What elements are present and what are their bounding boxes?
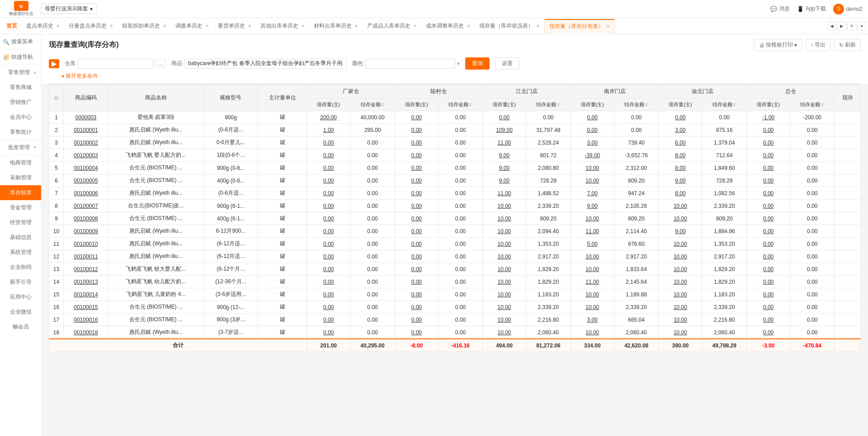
table-cell[interactable]: 0.00 [747,250,790,263]
table-cell[interactable]: 0.00 [395,263,438,276]
table-cell[interactable]: 109.00 [483,124,526,136]
sidebar-item-retail-shop[interactable]: 零售商城 [0,80,41,95]
table-cell[interactable]: 10.00 [659,314,702,326]
table-cell[interactable]: 0.00 [747,276,790,288]
sidebar-item-marketing[interactable]: 营销推广 [0,95,41,110]
table-cell[interactable]: 8.00 [659,162,702,174]
tab-stock-dist[interactable]: 现存量（库存分布表） ✕ [544,19,615,33]
tab-inventory-check[interactable]: 盘点单历史 ✕ [22,19,64,33]
table-cell[interactable]: 10.00 [483,212,526,225]
table-cell[interactable]: 0.00 [307,225,350,238]
table-cell[interactable]: 0.00 [747,301,790,314]
table-cell[interactable]: 0.00 [747,238,790,250]
table-cell[interactable]: 9.00 [659,225,702,238]
table-cell[interactable]: 0.00 [747,314,790,326]
table-cell[interactable]: 0.00 [571,111,614,124]
sidebar-item-guide[interactable]: 新手引导 [0,275,41,290]
table-cell[interactable]: 10.00 [483,314,526,326]
table-cell[interactable]: 10.00 [659,301,702,314]
table-cell[interactable]: 0.00 [747,136,790,149]
expand-more-btn[interactable]: ▾ 展开更多条件 [61,72,861,80]
tab-stock-status[interactable]: 现存量（库存状况表） ✕ [475,19,544,33]
table-cell[interactable]: -1.00 [747,111,790,124]
close-icon[interactable]: ✕ [205,23,209,28]
settings-btn[interactable]: 设置 [495,57,519,70]
table-cell[interactable]: 0.00 [307,149,350,162]
table-cell[interactable]: 0.00 [395,149,438,162]
close-icon[interactable]: ✕ [467,23,470,28]
table-cell[interactable]: 0.00 [395,111,438,124]
table-cell[interactable]: 00100007 [64,200,108,212]
sidebar-item-stock[interactable]: 库存核算 [0,185,41,200]
table-cell[interactable]: 0.00 [747,174,790,187]
table-cell[interactable]: 00100010 [64,238,108,250]
sidebar-item-wechat[interactable]: 企业微信 [0,305,41,319]
query-btn[interactable]: 查询 [465,57,490,70]
nav-prev-btn[interactable]: ◀ [827,22,836,31]
table-cell[interactable]: 10.00 [659,326,702,339]
table-cell[interactable]: 0.00 [395,162,438,174]
info-icon[interactable]: ① [732,102,736,107]
table-cell[interactable]: 0.00 [395,200,438,212]
table-cell[interactable]: 00100016 [64,314,108,326]
tab-cost-adjust[interactable]: 成本调整单历史 ✕ [421,19,475,33]
tab-product-in[interactable]: 产成品入库单历史 ✕ [363,19,421,33]
table-cell[interactable]: 0.00 [395,187,438,200]
nav-close-btn[interactable]: ✕ [847,22,856,31]
table-cell[interactable]: 0.00 [307,162,350,174]
refresh-btn[interactable]: ↻ 刷新 [834,39,861,51]
app-download-btn[interactable]: 📱 App下载 [797,5,826,13]
table-cell[interactable]: 00100003 [64,149,108,162]
nav-next-btn[interactable]: ▶ [837,22,846,31]
sidebar-item-corp[interactable]: 企业协同 [0,260,41,275]
nav-expand-btn[interactable]: ▾ [857,22,866,31]
print-btn[interactable]: 🖨 按模板打印 ▾ [754,39,802,51]
table-cell[interactable]: 8.00 [659,149,702,162]
close-icon[interactable]: ✕ [536,23,540,28]
table-cell[interactable]: 1.00 [307,124,350,136]
tab-other-out[interactable]: 其他出库单历史 ✕ [256,19,309,33]
tab-requisition[interactable]: 要货单历史 ✕ [213,19,256,33]
table-cell[interactable]: 10.00 [483,238,526,250]
table-cell[interactable]: 0.00 [747,200,790,212]
table-cell[interactable]: 9.00 [659,174,702,187]
table-cell[interactable]: 00100014 [64,288,108,301]
table-cell[interactable]: 10.00 [571,326,614,339]
table-cell[interactable]: 0.00 [395,238,438,250]
tab-quantity-check[interactable]: 分量盘点单历史 ✕ [64,19,118,33]
sidebar-item-finance[interactable]: 资金管理 [0,200,41,215]
table-cell[interactable]: 10.00 [483,326,526,339]
table-cell[interactable]: 0.00 [747,212,790,225]
sidebar-item-ops[interactable]: 经营管理 [0,215,41,230]
close-icon[interactable]: ✕ [248,23,251,28]
table-cell[interactable]: 00100002 [64,136,108,149]
table-cell[interactable]: 0.00 [307,136,350,149]
table-cell[interactable]: 11.00 [483,136,526,149]
info-icon[interactable]: ① [381,102,385,107]
table-cell[interactable]: 10.00 [571,162,614,174]
table-cell[interactable]: 0.00 [395,250,438,263]
table-cell[interactable]: 10.00 [571,250,614,263]
close-icon[interactable]: ✕ [109,23,113,28]
table-cell[interactable]: 0.00 [395,174,438,187]
tab-transfer[interactable]: 调拨单历史 ✕ [171,19,213,33]
table-cell[interactable]: 0.00 [747,225,790,238]
sidebar-item-ecommerce[interactable]: 电商管理 [0,155,41,170]
table-cell[interactable]: 0.00 [307,250,350,263]
table-cell[interactable]: 0.00 [747,149,790,162]
table-cell[interactable]: 10.00 [483,225,526,238]
warehouse-input[interactable] [77,59,153,69]
table-cell[interactable]: 0.00 [747,187,790,200]
close-icon[interactable]: ✕ [163,23,166,28]
table-cell[interactable]: 10.00 [483,276,526,288]
table-cell[interactable]: 00100013 [64,276,108,288]
sidebar-search[interactable]: 🔍 搜索英单 [0,34,41,50]
table-cell[interactable]: 3.00 [571,136,614,149]
table-cell[interactable]: 10.00 [483,200,526,212]
table-cell[interactable]: 0.00 [307,238,350,250]
table-cell[interactable]: 9.00 [571,200,614,212]
table-cell[interactable]: 0.00 [307,200,350,212]
product-input[interactable] [184,59,347,69]
sidebar-item-system[interactable]: 系统管理 [0,245,41,260]
table-wrapper[interactable]: ⚙ 商品编码 商品名称 规格型号 主计量单位 厂家仓 陆村仓 江北门店 南岸门店… [49,84,861,352]
